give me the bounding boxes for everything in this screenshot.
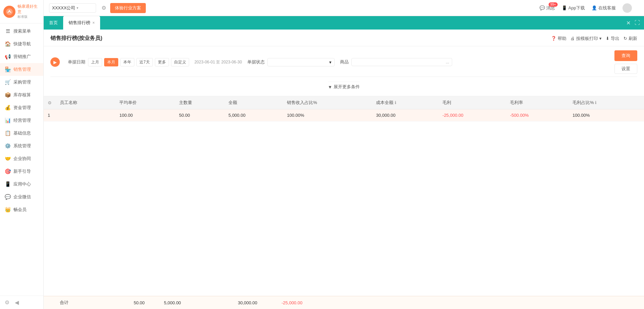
cell-amount: 5,000.00: [224, 109, 283, 121]
status-chevron-icon: ▾: [329, 60, 332, 65]
sidebar-item-operation[interactable]: 📊 经营管理: [0, 114, 43, 127]
footer-amount-cell: 5,000.00: [164, 300, 201, 305]
sidebar-item-enterprise-wechat[interactable]: 💬 企业微信: [0, 191, 43, 203]
sidebar-item-guide[interactable]: 🎯 新手引导: [0, 165, 43, 178]
footer-qty-cell: 50.00: [134, 300, 164, 305]
more-filter-icon[interactable]: ...: [446, 60, 449, 64]
table-row: 1 100.00 50.00 5,000.00 100.00% 30,000.0…: [44, 109, 644, 121]
date-filter-buttons: 上月 本月 本年 近7天 更多 自定义: [88, 58, 189, 66]
expand-chevron-icon: ▼: [328, 85, 332, 90]
finance-icon: 💰: [5, 105, 11, 111]
sidebar-item-marketing[interactable]: 📢 营销推广: [0, 50, 43, 63]
app-download-action[interactable]: 📱 App下载: [562, 5, 585, 11]
sidebar-item-inventory[interactable]: 📦 库存核算: [0, 89, 43, 101]
sidebar: 畅康通好生意 标准版 ☰ 搜索菜单 🏠 快捷导航 📢 营销推广 🏪 销售管理 🛒…: [0, 0, 44, 309]
tabbar-close-icon[interactable]: ✕: [626, 20, 631, 26]
cell-gross: -25,000.00: [438, 109, 506, 121]
sidebar-item-app-center[interactable]: 📱 应用中心: [0, 178, 43, 191]
settings-button[interactable]: 设置: [614, 64, 637, 74]
status-select[interactable]: ▾: [267, 58, 335, 66]
date-custom-btn[interactable]: 自定义: [171, 58, 189, 66]
inventory-icon: 📦: [5, 92, 11, 98]
message-action[interactable]: 💬 消息 99+: [540, 5, 555, 11]
export-button[interactable]: ⬇ 导出: [606, 36, 619, 42]
tabbar: 首页 销售排行榜 × ✕ ⛶: [44, 16, 644, 30]
online-service-icon: 👤: [592, 5, 597, 10]
cell-sales-pct: 100.00%: [283, 109, 372, 121]
sidebar-item-system[interactable]: ⚙️ 系统管理: [0, 140, 43, 152]
sidebar-bottom: ⚙ ◀: [0, 296, 43, 309]
trial-button[interactable]: 体验行业方案: [110, 3, 146, 13]
date-this-month-btn[interactable]: 本月: [104, 58, 118, 66]
footer-label-cell: 合计: [60, 300, 100, 306]
sidebar-label-system: 系统管理: [13, 143, 31, 149]
sidebar-label-basic-info: 基础信息: [13, 130, 31, 136]
user-avatar[interactable]: [622, 3, 632, 13]
footer-gross-cell: -25,000.00: [282, 300, 318, 305]
sidebar-label-app-center: 应用中心: [13, 181, 31, 187]
data-table: ⚙ 员工名称 平均单价 主数量 全额 销售收入占比% 成本全额 ℹ 毛利 毛利率: [44, 96, 644, 121]
forward-button[interactable]: ▶: [50, 57, 60, 67]
tab-close-icon[interactable]: ×: [92, 20, 95, 25]
tab-sales-ranking[interactable]: 销售排行榜 ×: [63, 16, 100, 30]
help-button[interactable]: ❓ 帮助: [551, 36, 566, 42]
date-more-btn[interactable]: 更多: [155, 58, 169, 66]
company-select[interactable]: XXXXX公司 ▾: [49, 3, 96, 13]
cell-avg-price: 100.00: [115, 109, 175, 121]
purchase-icon: 🛒: [5, 79, 11, 85]
member-icon: 👑: [5, 207, 11, 213]
message-icon: 💬: [540, 5, 545, 10]
status-filter: 单据状态 ▾: [247, 58, 335, 66]
query-button[interactable]: 查询: [614, 50, 637, 61]
online-service-action[interactable]: 👤 在线客服: [592, 5, 616, 11]
sidebar-label-enterprise-collab: 企业协同: [13, 156, 31, 162]
cell-name: [56, 109, 115, 121]
sidebar-item-sales[interactable]: 🏪 销售管理: [0, 63, 43, 76]
sidebar-item-purchase[interactable]: 🛒 采购管理: [0, 76, 43, 89]
guide-icon: 🎯: [5, 168, 11, 174]
date-last-month-btn[interactable]: 上月: [88, 58, 102, 66]
footer-qty: 50.00: [134, 300, 145, 305]
column-settings-icon[interactable]: ⚙: [48, 100, 52, 105]
sidebar-item-member[interactable]: 👑 畅会员: [0, 203, 43, 216]
th-gross-rate: 毛利率: [506, 96, 568, 109]
gross-pct-info-icon[interactable]: ℹ: [595, 100, 597, 105]
print-icon: 🖨: [570, 36, 575, 41]
th-cost: 成本全额 ℹ: [372, 96, 438, 109]
sidebar-item-quick-nav[interactable]: 🏠 快捷导航: [0, 38, 43, 50]
online-service-label: 在线客服: [598, 5, 616, 11]
basic-info-icon: 📋: [5, 130, 11, 136]
footer-amount: 5,000.00: [164, 300, 181, 305]
quick-nav-icon: 🏠: [5, 41, 11, 47]
app-download-label: App下载: [568, 5, 585, 11]
sidebar-label-enterprise-wechat: 企业微信: [13, 194, 31, 200]
goods-input[interactable]: ...: [351, 58, 452, 66]
message-badge: 99+: [549, 2, 558, 7]
sidebar-item-finance[interactable]: 💰 资金管理: [0, 101, 43, 114]
print-button[interactable]: 🖨 按模板打印 ▾: [570, 36, 602, 42]
date-7days-btn[interactable]: 近7天: [136, 58, 153, 66]
refresh-button[interactable]: ↻ 刷新: [624, 36, 637, 42]
th-gross: 毛利: [438, 96, 506, 109]
company-settings-icon[interactable]: ⚙: [101, 5, 106, 11]
sidebar-label-marketing: 营销推广: [13, 54, 31, 60]
collapse-icon[interactable]: ◀: [15, 299, 19, 306]
table-body: 1 100.00 50.00 5,000.00 100.00% 30,000.0…: [44, 109, 644, 121]
sidebar-item-basic-info[interactable]: 📋 基础信息: [0, 127, 43, 140]
system-icon: ⚙️: [5, 143, 11, 149]
tabbar-expand-icon[interactable]: ⛶: [635, 20, 640, 26]
marketing-icon: 📢: [5, 54, 11, 60]
cell-cost: 30,000.00: [372, 109, 438, 121]
tab-home[interactable]: 首页: [44, 16, 63, 30]
export-icon: ⬇: [606, 36, 609, 41]
date-this-year-btn[interactable]: 本年: [120, 58, 134, 66]
sidebar-item-enterprise-collab[interactable]: 🤝 企业协同: [0, 152, 43, 165]
settings-bottom-icon[interactable]: ⚙: [5, 299, 9, 306]
sidebar-label-search-order: 搜索菜单: [13, 28, 31, 34]
cost-info-icon[interactable]: ℹ: [395, 100, 396, 105]
app-download-icon: 📱: [562, 5, 567, 10]
status-filter-label: 单据状态: [247, 59, 265, 65]
expand-more-btn[interactable]: ▼ 展开更多条件: [328, 82, 360, 92]
sidebar-item-search-order[interactable]: ☰ 搜索菜单: [0, 25, 43, 38]
date-range-display: 2023-06-01 至 2023-06-30: [195, 59, 242, 65]
